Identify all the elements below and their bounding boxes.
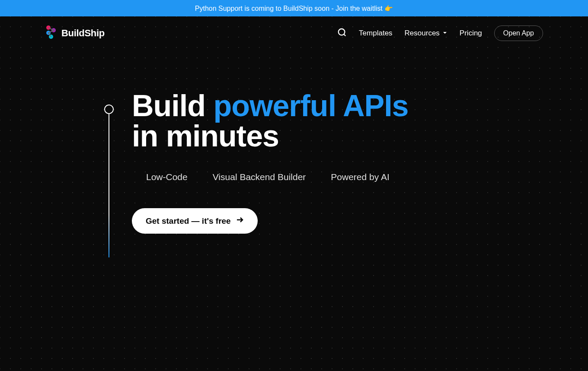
hero-title-line1: Build powerful APIs <box>132 91 588 121</box>
search-icon[interactable] <box>337 28 347 39</box>
feature-item: Powered by AI <box>331 172 389 182</box>
logo-icon <box>45 25 57 41</box>
hero-content: Build powerful APIs in minutes Low-Code … <box>104 91 588 234</box>
announcement-text: Python Support is coming to BuildShip so… <box>195 4 393 13</box>
feature-item: Low-Code <box>146 172 188 182</box>
get-started-button[interactable]: Get started — it's free <box>132 208 258 234</box>
svg-point-4 <box>339 29 345 35</box>
cta-label: Get started — it's free <box>146 216 231 226</box>
timeline-decoration <box>109 105 114 257</box>
logo-text: BuildShip <box>61 28 105 39</box>
announcement-banner[interactable]: Python Support is coming to BuildShip so… <box>0 0 588 16</box>
arrow-right-icon <box>236 216 244 226</box>
nav-templates[interactable]: Templates <box>359 29 392 38</box>
nav-pricing[interactable]: Pricing <box>460 29 482 38</box>
features-list: Low-Code Visual Backend Builder Powered … <box>132 172 588 182</box>
hero-title-line2: in minutes <box>132 121 588 151</box>
hero-title-prefix: Build <box>132 89 205 123</box>
nav-resources[interactable]: Resources <box>405 29 447 38</box>
main-nav: Templates Resources Pricing Open App <box>337 25 543 41</box>
timeline-line <box>109 114 109 257</box>
hero-title: Build powerful APIs in minutes <box>132 91 588 151</box>
logo[interactable]: BuildShip <box>45 25 105 41</box>
chevron-down-icon <box>442 29 447 38</box>
svg-line-5 <box>344 34 345 36</box>
feature-item: Visual Backend Builder <box>213 172 306 182</box>
nav-resources-label: Resources <box>405 29 440 38</box>
main-header: BuildShip Templates Resources Pricing Op… <box>0 16 588 50</box>
hero-section: Build powerful APIs in minutes Low-Code … <box>0 50 588 234</box>
hero-title-highlight: powerful APIs <box>213 89 408 123</box>
open-app-button[interactable]: Open App <box>494 25 543 41</box>
timeline-circle-icon <box>104 105 114 114</box>
